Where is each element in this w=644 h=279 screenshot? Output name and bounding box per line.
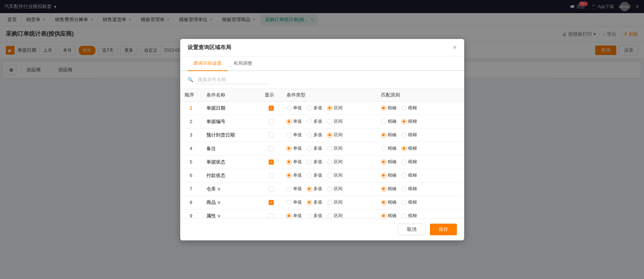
dialog-tabs: 查询字段设置 布局调整: [180, 56, 464, 71]
search-icon: 🔍: [187, 77, 193, 82]
search-input[interactable]: [196, 75, 269, 82]
dialog-tab-fields[interactable]: 查询字段设置: [187, 56, 228, 71]
search-box: 🔍: [180, 71, 464, 82]
modal-overlay: 设置查询区域布局 × 查询字段设置 布局调整 🔍 顺序 条件名称 显示 条件类型…: [0, 0, 644, 82]
dialog-tab-layout[interactable]: 布局调整: [228, 56, 258, 71]
settings-dialog: 设置查询区域布局 × 查询字段设置 布局调整 🔍 顺序 条件名称 显示 条件类型…: [180, 39, 464, 82]
dialog-title: 设置查询区域布局: [187, 44, 231, 51]
dialog-close-btn[interactable]: ×: [453, 44, 457, 51]
dialog-header: 设置查询区域布局 ×: [180, 39, 464, 56]
